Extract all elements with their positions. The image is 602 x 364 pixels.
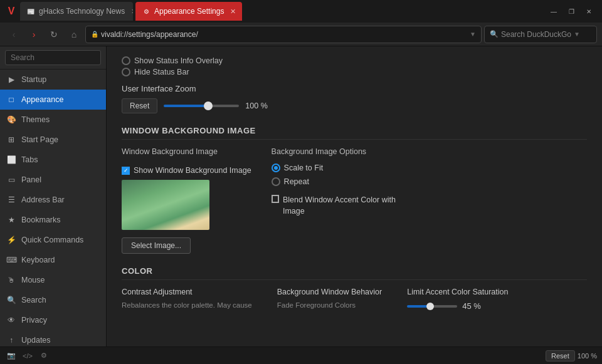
scale-to-fit-radio[interactable]	[272, 164, 280, 172]
limit-col: Limit Accent Color Saturation 45 %	[407, 288, 508, 311]
address-bar[interactable]: 🔒 vivaldi://settings/appearance/ ▼	[85, 26, 482, 43]
zoom-slider[interactable]	[164, 105, 239, 107]
search-nav-icon: 🔍	[6, 295, 16, 305]
sidebar-item-quick-commands[interactable]: ⚡ Quick Commands	[0, 230, 106, 250]
forward-button[interactable]: ›	[25, 26, 43, 43]
sidebar-label-panel: Panel	[21, 175, 41, 184]
sidebar-label-privacy: Privacy	[21, 316, 47, 325]
tab-title-ghacks: gHacks Technology News	[39, 7, 125, 16]
repeat-radio[interactable]	[272, 177, 280, 186]
sidebar-item-appearance[interactable]: □ Appearance	[0, 90, 106, 110]
sidebar: ▶ Startup □ Appearance 🎨 Themes ⊞ Start …	[0, 46, 107, 346]
window-bg-left: Window Background Image ✓ Show Window Ba…	[122, 147, 251, 254]
status-overlay-row: Show Status Info Overlay	[122, 56, 587, 65]
tab-close-appearance[interactable]: ✕	[230, 8, 236, 16]
select-image-button[interactable]: Select Image...	[122, 237, 191, 254]
hide-status-bar-option[interactable]: Hide Status Bar	[122, 68, 189, 76]
repeat-label: Repeat	[284, 177, 309, 186]
status-reset-button[interactable]: Reset	[546, 350, 575, 361]
address-bar-icon: ☰	[6, 195, 16, 205]
home-button[interactable]: ⌂	[65, 26, 83, 43]
limit-value-display: 45 %	[462, 301, 481, 311]
blend-label: Blend Window Accent Color with Image	[283, 195, 409, 217]
sidebar-item-privacy[interactable]: 👁 Privacy	[0, 310, 106, 330]
themes-icon: 🎨	[6, 115, 16, 125]
sidebar-label-mouse: Mouse	[21, 276, 45, 284]
tab-close-ghacks[interactable]: ✕	[131, 8, 133, 16]
tab-appearance[interactable]: ⚙ Appearance Settings ✕	[135, 2, 242, 21]
scale-to-fit-label: Scale to Fit	[284, 164, 324, 172]
keyboard-icon: ⌨	[6, 255, 16, 265]
status-overlay-radio[interactable]	[122, 56, 130, 65]
title-bar: V 📰 gHacks Technology News ✕ ⚙ Appearanc…	[0, 0, 602, 23]
sidebar-label-startup: Startup	[21, 75, 46, 84]
bg-options-title: Background Image Options	[272, 147, 409, 156]
dev-tools-icon[interactable]: ⚙	[38, 350, 50, 362]
mouse-icon: 🖱	[6, 275, 16, 285]
sidebar-label-keyboard: Keyboard	[21, 256, 55, 264]
camera-icon[interactable]: 📷	[5, 350, 18, 362]
tab-icon-ghacks: 📰	[26, 7, 35, 16]
sidebar-search-input[interactable]	[5, 50, 101, 65]
close-button[interactable]: ✕	[581, 5, 597, 18]
sidebar-label-updates: Updates	[21, 336, 51, 345]
status-zoom-display: 100 %	[578, 352, 597, 360]
quick-commands-icon: ⚡	[6, 235, 16, 245]
window-bg-section: Window Background Image ✓ Show Window Ba…	[122, 147, 587, 254]
sidebar-item-tabs[interactable]: ⬜ Tabs	[0, 150, 106, 170]
privacy-icon: 👁	[6, 315, 16, 325]
main-layout: ▶ Startup □ Appearance 🎨 Themes ⊞ Start …	[0, 46, 602, 346]
sidebar-label-address-bar: Address Bar	[21, 195, 65, 204]
limit-slider[interactable]	[407, 305, 457, 308]
search-icon: 🔍	[490, 30, 499, 38]
sidebar-item-mouse[interactable]: 🖱 Mouse	[0, 270, 106, 290]
bg-window-title: Background Window Behavior	[277, 288, 382, 296]
hide-status-bar-radio[interactable]	[122, 68, 130, 76]
zoom-section-label: User Interface Zoom	[122, 84, 587, 93]
status-overlay-label: Show Status Info Overlay	[134, 56, 223, 65]
sidebar-item-bookmarks[interactable]: ★ Bookmarks	[0, 210, 106, 230]
sidebar-item-panel[interactable]: ▭ Panel	[0, 170, 106, 190]
start-page-icon: ⊞	[6, 135, 16, 145]
show-window-bg-row: ✓ Show Window Background Image	[122, 166, 251, 175]
minimize-button[interactable]: —	[546, 5, 562, 18]
hide-status-bar-row: Hide Status Bar	[122, 68, 587, 76]
blend-checkbox[interactable]	[272, 195, 279, 203]
window-bg-left-title: Window Background Image	[122, 147, 251, 156]
search-dropdown-icon[interactable]: ▼	[574, 31, 580, 38]
hide-status-bar-label: Hide Status Bar	[134, 68, 189, 76]
sidebar-item-search[interactable]: 🔍 Search	[0, 290, 106, 310]
limit-slider-row: 45 %	[407, 301, 508, 311]
sidebar-item-updates[interactable]: ↑ Updates	[0, 330, 106, 346]
reload-button[interactable]: ↻	[45, 26, 63, 43]
sidebar-label-quick-commands: Quick Commands	[21, 236, 83, 244]
sidebar-item-address-bar[interactable]: ☰ Address Bar	[0, 190, 106, 210]
sidebar-label-appearance: Appearance	[21, 95, 63, 104]
zoom-value-display: 100 %	[245, 101, 267, 110]
sidebar-item-themes[interactable]: 🎨 Themes	[0, 110, 106, 130]
maximize-button[interactable]: ❐	[563, 5, 579, 18]
zoom-reset-button[interactable]: Reset	[122, 98, 157, 113]
code-icon[interactable]: </>	[21, 350, 34, 362]
zoom-section: User Interface Zoom Reset 100 %	[122, 84, 587, 113]
zoom-control: Reset 100 %	[122, 98, 587, 113]
appearance-icon: □	[6, 95, 16, 105]
limit-title: Limit Accent Color Saturation	[407, 288, 508, 296]
sidebar-item-keyboard[interactable]: ⌨ Keyboard	[0, 250, 106, 270]
bookmarks-icon: ★	[6, 215, 16, 225]
bg-options: Background Image Options Scale to Fit Re…	[272, 147, 409, 254]
address-dropdown-icon[interactable]: ▼	[470, 31, 476, 38]
back-button[interactable]: ‹	[5, 26, 23, 43]
status-overlay-option[interactable]: Show Status Info Overlay	[122, 56, 223, 65]
search-bar[interactable]: 🔍 Search DuckDuckGo ▼	[484, 26, 597, 43]
status-icons: 📷 </> ⚙	[5, 350, 50, 362]
sidebar-label-bookmarks: Bookmarks	[21, 216, 61, 224]
tab-ghacks[interactable]: 📰 gHacks Technology News ✕	[20, 2, 133, 21]
contrast-sub: Rebalances the color palette. May cause	[122, 301, 252, 309]
search-placeholder: Search DuckDuckGo	[501, 30, 571, 39]
tab-title-appearance: Appearance Settings	[154, 7, 224, 16]
sidebar-item-startup[interactable]: ▶ Startup	[0, 70, 106, 90]
repeat-row: Repeat	[272, 177, 409, 186]
sidebar-item-start-page[interactable]: ⊞ Start Page	[0, 130, 106, 150]
show-window-bg-checkbox[interactable]: ✓	[122, 167, 130, 175]
